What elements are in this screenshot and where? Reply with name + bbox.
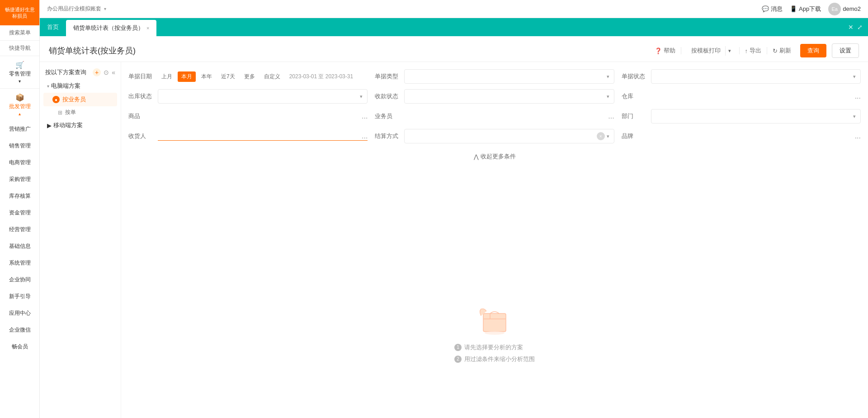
- filter-row-2: 出库状态 ▾ 收款状态 ▾: [128, 89, 861, 104]
- sidebar-item-wholesale[interactable]: 📦 批发管理 ▴: [0, 89, 39, 121]
- tab-home[interactable]: 首页: [40, 18, 66, 36]
- left-panel-item-order[interactable]: ⊞ 按单: [43, 106, 117, 119]
- query-btn[interactable]: 查询: [800, 44, 826, 57]
- sidebar-quick-nav[interactable]: 快捷导航: [0, 41, 39, 56]
- sidebar-item-enterprise[interactable]: 企业协同: [0, 271, 39, 288]
- sidebar-item-sales[interactable]: 销售管理: [0, 138, 39, 154]
- refresh-icon: ↻: [773, 48, 778, 54]
- sidebar-item-basic[interactable]: 基础信息: [0, 238, 39, 255]
- right-area: 单据日期 上月 本月 本年 近7天 更多 自定义: [121, 62, 868, 418]
- mobile-section-title[interactable]: ▶ 移动端方案: [43, 119, 117, 132]
- topbar-message-btn[interactable]: 💬 消息: [762, 5, 783, 13]
- filter-out-status-item: 出库状态 ▾: [128, 89, 368, 104]
- sidebar-item-purchase[interactable]: 采购管理: [0, 171, 39, 188]
- topbar-app-download-btn[interactable]: 📱 App下载: [790, 5, 821, 13]
- out-status-label: 出库状态: [128, 92, 158, 100]
- sidebar-item-inventory[interactable]: 库存核算: [0, 188, 39, 204]
- retail-arrow-icon: ▾: [19, 79, 21, 84]
- salesperson-ellipsis-btn[interactable]: ...: [608, 112, 614, 120]
- tab-active[interactable]: 销货单统计表（按业务员） ×: [66, 20, 156, 36]
- date-btn-last-month[interactable]: 上月: [158, 71, 176, 82]
- settlement-clear-btn[interactable]: ×: [597, 132, 605, 140]
- sidebar-logo: 畅捷通好生意 标损员: [0, 0, 39, 25]
- settings-btn[interactable]: 设置: [832, 43, 859, 58]
- receiver-ellipsis-btn[interactable]: ...: [362, 132, 368, 140]
- empty-state-illustration: [472, 300, 517, 336]
- date-btn-this-month[interactable]: 本月: [178, 71, 196, 82]
- sidebar-search[interactable]: 搜索菜单: [0, 25, 39, 41]
- tab-close-icon[interactable]: ×: [146, 25, 149, 31]
- content-area: 销货单统计表(按业务员) ❓ 帮助 按模板打印 ▾ ↑ 导出: [40, 36, 868, 418]
- empty-text-line2: 2 用过滤条件来缩小分析范围: [454, 353, 535, 365]
- date-label: 单据日期: [128, 72, 158, 81]
- out-status-dropdown[interactable]: ▾: [158, 89, 368, 104]
- filter-order-type-item: 单据类型 ▾: [375, 69, 614, 84]
- topbar-user-area[interactable]: Ea demo2: [828, 3, 861, 15]
- sidebar-item-member[interactable]: 畅会员: [0, 338, 39, 355]
- left-panel-item-salesperson[interactable]: ● 按业务员: [43, 93, 117, 106]
- salesperson-input-area: ...: [404, 112, 614, 120]
- tabbar-close-all-icon[interactable]: ✕: [848, 24, 854, 31]
- mobile-arrow-icon: ▶: [47, 122, 52, 129]
- filter-settlement-item: 结算方式 × ▾: [375, 129, 614, 143]
- receiver-input[interactable]: [158, 133, 360, 139]
- warehouse-ellipsis-btn[interactable]: ...: [855, 92, 861, 100]
- collapse-panel-icon[interactable]: «: [112, 69, 115, 76]
- brand-ellipsis-btn[interactable]: ...: [855, 132, 861, 140]
- desktop-section-title[interactable]: ▾ 电脑端方案: [43, 79, 117, 93]
- sidebar-item-operation[interactable]: 经营管理: [0, 221, 39, 238]
- topbar-suite-dropdown-icon[interactable]: ▾: [104, 6, 106, 11]
- left-panel-icons: + ⊙ «: [93, 68, 115, 76]
- department-dropdown-arrow: ▾: [853, 114, 856, 119]
- print-btn[interactable]: 按模板打印 ▾: [687, 45, 734, 57]
- sidebar-item-system[interactable]: 系统管理: [0, 255, 39, 271]
- settlement-dropdown[interactable]: × ▾: [404, 129, 614, 143]
- topbar-right: 💬 消息 📱 App下载 Ea demo2: [762, 3, 861, 15]
- divider2: [739, 47, 740, 54]
- date-btn-custom[interactable]: 自定义: [260, 71, 284, 82]
- sidebar-item-ecommerce[interactable]: 电商管理: [0, 154, 39, 171]
- sidebar-item-finance[interactable]: 资金管理: [0, 204, 39, 221]
- brand-input-area: ...: [651, 132, 861, 140]
- desktop-arrow-icon: ▾: [47, 84, 49, 89]
- order-type-dropdown-arrow: ▾: [607, 74, 609, 80]
- empty-state: 1 请先选择要分析的方案 2 用过滤条件来缩小分析范围: [121, 247, 868, 418]
- salesperson-scheme-icon: ●: [52, 96, 60, 103]
- order-status-dropdown-arrow: ▾: [853, 74, 856, 80]
- collapse-btn[interactable]: ⋀ 收起更多条件: [474, 152, 516, 161]
- sidebar-item-retail[interactable]: 🛒 零售管理 ▾: [0, 56, 39, 88]
- divider3: [767, 47, 767, 54]
- left-panel-desktop-section: ▾ 电脑端方案 ● 按业务员 ⊞ 按单: [40, 79, 121, 119]
- tabbar: 首页 销货单统计表（按业务员） × ✕ ⤢: [40, 18, 868, 36]
- brand-label: 品牌: [622, 132, 651, 140]
- order-type-label: 单据类型: [375, 72, 404, 81]
- goods-ellipsis-btn[interactable]: ...: [362, 112, 368, 120]
- sidebar-item-wechat[interactable]: 企业微信: [0, 322, 39, 338]
- tabbar-expand-icon[interactable]: ⤢: [857, 24, 863, 31]
- payment-status-dropdown[interactable]: ▾: [404, 89, 614, 104]
- export-btn[interactable]: ↑ 导出: [745, 47, 762, 55]
- main-area: 办公用品行业模拟账套 ▾ 💬 消息 📱 App下载 Ea demo2 首页: [40, 0, 868, 418]
- department-label: 部门: [622, 112, 651, 120]
- order-status-dropdown[interactable]: ▾: [651, 69, 861, 84]
- help-btn[interactable]: ❓ 帮助: [655, 47, 675, 55]
- refresh-btn[interactable]: ↻ 刷新: [773, 47, 791, 55]
- filter-panel: 单据日期 上月 本月 本年 近7天 更多 自定义: [121, 62, 868, 247]
- order-type-dropdown[interactable]: ▾: [404, 69, 614, 84]
- filter-order-status-item: 单据状态 ▾: [622, 69, 861, 84]
- date-btn-7days[interactable]: 近7天: [217, 71, 239, 82]
- payment-status-label: 收款状态: [375, 92, 404, 100]
- empty-text-line1: 1 请先选择要分析的方案: [454, 342, 535, 353]
- department-dropdown[interactable]: ▾: [651, 109, 861, 124]
- date-btn-more[interactable]: 更多: [241, 71, 259, 82]
- topbar-suite-name: 办公用品行业模拟账套: [47, 5, 101, 13]
- print-dropdown-icon[interactable]: ▾: [725, 46, 734, 56]
- sidebar-item-apps[interactable]: 应用中心: [0, 305, 39, 322]
- date-btn-this-year[interactable]: 本年: [198, 71, 216, 82]
- edit-scheme-icon[interactable]: ⊙: [104, 69, 109, 76]
- sidebar-item-newbie[interactable]: 新手引导: [0, 288, 39, 305]
- filter-row-1: 单据日期 上月 本月 本年 近7天 更多 自定义: [128, 69, 861, 84]
- add-scheme-icon[interactable]: +: [93, 68, 101, 76]
- sidebar-item-marketing[interactable]: 营销推广: [0, 121, 39, 138]
- message-icon: 💬: [762, 5, 769, 12]
